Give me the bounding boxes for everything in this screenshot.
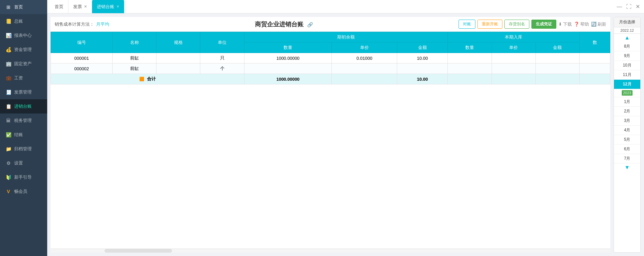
scroll-track: [105, 249, 172, 253]
window-controls: — ⛶ ✕: [615, 3, 641, 10]
download-button[interactable]: ⬇ 下载: [558, 21, 572, 27]
month-selector-title: 月份选择: [614, 17, 640, 27]
cell-code: 000002: [51, 63, 113, 74]
cell-qty-in: [448, 63, 492, 74]
sidebar-item-guide[interactable]: 🔰 新手引导: [0, 170, 47, 184]
cell-price-init: [332, 63, 397, 74]
col-code: 编号: [51, 32, 113, 53]
sidebar-item-member[interactable]: V 畅会员: [0, 184, 47, 199]
settings-icon: ⚙: [5, 160, 11, 166]
sidebar-item-assets[interactable]: 🏢 固定资产: [0, 57, 47, 71]
col-price-in: 单价: [492, 43, 535, 53]
month-4[interactable]: 4月: [614, 126, 640, 135]
month-1[interactable]: 1月: [614, 97, 640, 107]
month-7[interactable]: 7月: [614, 154, 640, 163]
sidebar-item-label: 报表中心: [14, 32, 32, 39]
month-2[interactable]: 2月: [614, 107, 640, 116]
help-icon: ❓: [574, 22, 579, 27]
month-10[interactable]: 10月: [614, 61, 640, 70]
cell-unit: 个: [200, 63, 244, 74]
tab-purchase-close[interactable]: ✕: [116, 4, 119, 9]
sidebar-item-label: 畅会员: [14, 188, 27, 195]
tax-icon: 🏛: [5, 118, 11, 123]
cell-price-init: 0.01000: [332, 53, 397, 63]
sidebar-item-ledger[interactable]: 📒 总账: [0, 14, 47, 28]
sidebar-item-payroll[interactable]: 💼 工资: [0, 71, 47, 85]
sidebar: ⊞ 首页 📒 总账 📊 报表中心 💰 资金管理 🏢 固定资产 💼 工资 🧾 发票…: [0, 0, 47, 256]
cost-method-value: 月平均: [96, 21, 109, 27]
tab-invoice-close[interactable]: ✕: [84, 4, 87, 9]
tab-purchase[interactable]: 进销台账 ✕: [92, 0, 124, 13]
sidebar-item-label: 设置: [14, 160, 23, 166]
settle-icon: ✅: [5, 132, 11, 137]
sidebar-item-purchase-sale[interactable]: 📋 进销台账: [0, 99, 47, 113]
month-9[interactable]: 9月: [614, 51, 640, 61]
month-6[interactable]: 6月: [614, 145, 640, 154]
tab-purchase-label: 进销台账: [97, 4, 114, 10]
sidebar-item-label: 税务管理: [14, 118, 32, 124]
horizontal-scrollbar[interactable]: [51, 249, 610, 253]
sidebar-item-label: 总账: [14, 18, 23, 24]
invoice-mgr-icon: 🧾: [5, 89, 11, 95]
cell-spec: [156, 53, 200, 63]
sidebar-item-reports[interactable]: 📊 报表中心: [0, 28, 47, 43]
cell-amount-in: [535, 53, 579, 63]
table-row: 000001 前缸 只 1000.00000 0.01000 10.00: [51, 53, 610, 63]
table-wrap: 编号 名称 规格 单位 期初余额 本期入库 数 数量 单价 金额 数: [51, 32, 610, 249]
sidebar-item-invoice-mgr[interactable]: 🧾 发票管理: [0, 85, 47, 99]
cell-amount-in: [535, 63, 579, 74]
tab-invoice-label: 发票: [73, 4, 82, 10]
year-2023-row: 2023: [614, 89, 640, 97]
month-12[interactable]: 12月: [614, 80, 640, 89]
sidebar-item-label: 工资: [14, 75, 23, 81]
sidebar-item-tax[interactable]: 🏛 税务管理: [0, 113, 47, 128]
generate-button[interactable]: 生成凭证: [531, 20, 556, 29]
archive-icon: 📁: [5, 146, 11, 152]
col-amount-in: 金额: [535, 43, 579, 53]
payroll-icon: 💼: [5, 75, 11, 81]
cell-amount-init: 10.00: [397, 53, 448, 63]
sidebar-item-funds[interactable]: 💰 资金管理: [0, 43, 47, 57]
col-qty-in: 数量: [448, 43, 492, 53]
match-button[interactable]: 对账: [459, 20, 475, 29]
cell-extra: [580, 63, 610, 74]
month-8[interactable]: 8月: [614, 42, 640, 51]
close-button[interactable]: ✕: [634, 3, 641, 10]
member-icon: V: [5, 189, 11, 194]
total-icon: 🟧: [139, 77, 144, 81]
month-nav-up[interactable]: ▲: [614, 34, 640, 42]
sidebar-item-label: 新手引导: [14, 174, 32, 180]
total-amount-init: 10.00: [397, 74, 448, 84]
sidebar-item-label: 资金管理: [14, 47, 32, 53]
total-row: 🟧 合计 1000.00000 10.00: [51, 74, 610, 84]
help-button[interactable]: ❓ 帮助: [574, 21, 589, 27]
total-label: 🟧 合计: [51, 74, 244, 84]
sidebar-item-settle[interactable]: ✅ 结账: [0, 128, 47, 142]
cell-qty-in: [448, 53, 492, 63]
sidebar-item-archive[interactable]: 📁 归档管理: [0, 142, 47, 156]
tab-invoice[interactable]: 发票 ✕: [68, 0, 92, 13]
col-name: 名称: [112, 32, 156, 53]
home-icon: ⊞: [5, 4, 11, 10]
tab-home-label: 首页: [55, 4, 63, 10]
total-amount-in: [535, 74, 579, 84]
month-3[interactable]: 3月: [614, 116, 640, 126]
minimize-button[interactable]: —: [615, 3, 623, 10]
month-5[interactable]: 5月: [614, 135, 640, 145]
guide-icon: 🔰: [5, 175, 11, 180]
cell-spec: [156, 63, 200, 74]
refresh-button[interactable]: 🔄 刷新: [591, 21, 606, 27]
total-qty-init: 1000.00000: [244, 74, 332, 84]
tab-home[interactable]: 首页: [50, 0, 68, 13]
page-title-link-icon[interactable]: 🔗: [307, 22, 313, 27]
maximize-button[interactable]: ⛶: [625, 3, 633, 10]
sidebar-item-settings[interactable]: ⚙ 设置: [0, 156, 47, 170]
sidebar-item-home[interactable]: ⊞ 首页: [0, 0, 47, 14]
sidebar-item-label: 固定资产: [14, 61, 32, 67]
month-nav-down[interactable]: ▼: [614, 163, 640, 172]
month-11[interactable]: 11月: [614, 70, 640, 80]
sidebar-item-label: 进销台账: [14, 103, 32, 109]
reopen-button[interactable]: 重新开账: [477, 20, 502, 29]
save-alias-button[interactable]: 存货别名: [504, 20, 529, 29]
month-selector-panel: 月份选择 2022.12 ▲ 8月 9月 10月 11月 12月 2023 1月…: [614, 17, 641, 253]
